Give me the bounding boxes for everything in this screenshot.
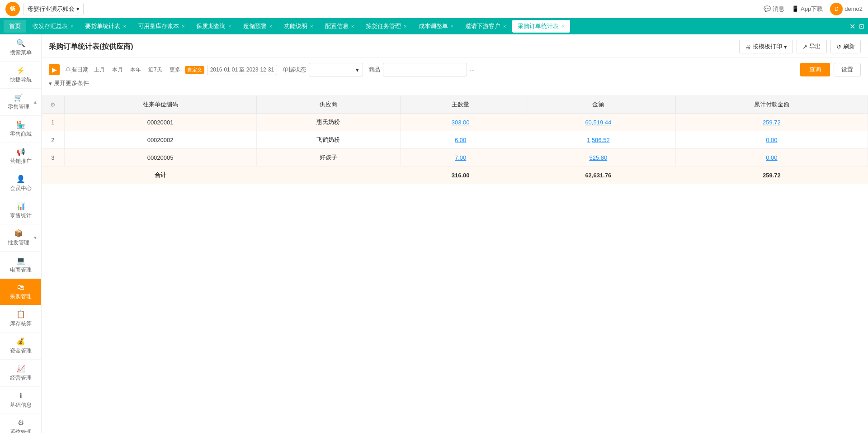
- sidebar-item-capital-mgmt[interactable]: 💰 资金管理: [0, 333, 41, 360]
- date-range-display[interactable]: 2016-01-01 至 2023-12-31: [207, 65, 277, 75]
- last-month-btn[interactable]: 上月: [91, 65, 108, 75]
- sidebar-item-member-center[interactable]: 👤 会员中心: [0, 170, 41, 197]
- tab-available-stock[interactable]: 可用量库存账本 ×: [132, 20, 190, 33]
- sidebar-item-basic-info[interactable]: ℹ 基础信息: [0, 387, 41, 414]
- this-month-btn[interactable]: 本月: [109, 65, 126, 75]
- sidebar-item-system-mgmt[interactable]: ⚙ 系统管理: [0, 414, 41, 433]
- sidebar-item-retail-stats[interactable]: 📊 零售统计: [0, 197, 41, 224]
- tab-invite-downstream[interactable]: 邀请下游客户 ×: [460, 20, 511, 33]
- tab-warranty[interactable]: 保质期查询 ×: [191, 20, 236, 33]
- row-amount[interactable]: 1,586.52: [521, 131, 675, 149]
- row-number: 2: [42, 131, 64, 149]
- sidebar-item-ecommerce-mgmt[interactable]: 💻 电商管理: [0, 252, 41, 279]
- tab-label: 要货单统计表: [85, 22, 120, 30]
- main-layout: 🔍 搜索菜单 ⚡ 快捷导航 🛒 零售管理 ▲ 🏪 零售商城 📢 营销推广 👤 会…: [0, 34, 868, 433]
- sidebar-item-marketing[interactable]: 📢 营销推广: [0, 143, 41, 170]
- row-supplier: 飞鹤奶粉: [256, 131, 400, 149]
- sidebar-item-retail-shop[interactable]: 🏪 零售商城: [0, 116, 41, 143]
- close-all-icon[interactable]: ✕: [849, 22, 855, 31]
- tab-close-icon[interactable]: ×: [503, 24, 506, 29]
- tab-cost-adjust[interactable]: 成本调整单 ×: [413, 20, 459, 33]
- sidebar-item-search[interactable]: 🔍 搜索菜单: [0, 34, 41, 62]
- tab-close-icon[interactable]: ×: [561, 24, 564, 29]
- tab-function-desc[interactable]: 功能说明 ×: [278, 20, 318, 33]
- filter-toggle-button[interactable]: ▶: [49, 64, 60, 75]
- this-year-btn[interactable]: 本年: [127, 65, 144, 75]
- tab-label: 首页: [9, 22, 21, 30]
- expand-icon: ▾: [49, 80, 52, 87]
- settings-button[interactable]: 设置: [834, 63, 861, 76]
- sidebar-item-purchase-mgmt[interactable]: 🛍 采购管理: [0, 279, 41, 305]
- table-footer-row: 合计 316.00 62,631.76 259.72: [42, 167, 868, 184]
- tab-collect-send[interactable]: 收发存汇总表 ×: [27, 20, 79, 33]
- system-icon: ⚙: [18, 419, 24, 427]
- more-dates-btn[interactable]: 更多: [167, 65, 183, 75]
- app-download-button[interactable]: 📱 App下载: [792, 5, 823, 13]
- query-button[interactable]: 查询: [800, 63, 830, 76]
- basic-info-icon: ℹ: [19, 391, 22, 400]
- refresh-button[interactable]: ↺ 刷新: [830, 40, 861, 53]
- col-supplier: 供应商: [256, 96, 400, 114]
- status-select[interactable]: ▾: [309, 63, 363, 76]
- workspace-selector[interactable]: 母婴行业演示账套 ▾: [24, 3, 84, 15]
- sidebar-label: 会员中心: [10, 185, 32, 192]
- sidebar-label: 搜索菜单: [10, 49, 32, 57]
- status-filter-label: 单据状态: [283, 66, 306, 74]
- goods-filter-label: 商品: [368, 66, 380, 74]
- tab-label: 保质期查询: [196, 22, 226, 30]
- tab-home[interactable]: 首页: [4, 20, 26, 33]
- tab-close-icon[interactable]: ×: [404, 24, 406, 29]
- row-paid[interactable]: 0.00: [675, 149, 868, 167]
- tab-label: 功能说明: [284, 22, 307, 30]
- expand-tabs-icon[interactable]: ⊡: [859, 23, 864, 30]
- top-bar: 畅 母婴行业演示账套 ▾ 💬 消息 📱 App下载 D demo2: [0, 0, 868, 18]
- tab-close-icon[interactable]: ×: [182, 24, 184, 29]
- page-title: 采购订单统计表(按供应商): [49, 42, 133, 52]
- row-paid[interactable]: 0.00: [675, 131, 868, 149]
- template-print-button[interactable]: 🖨 按模板打印 ▾: [739, 40, 793, 53]
- row-quantity[interactable]: 303.00: [400, 114, 521, 131]
- more-filters-icon[interactable]: ···: [470, 67, 475, 73]
- data-table: ⚙ 往来单位编码 供应商 主数量 金额 累计付款金额 1 00020001 惠氏…: [42, 96, 868, 184]
- tab-close-icon[interactable]: ×: [228, 24, 231, 29]
- sidebar-item-wholesale-mgmt[interactable]: 📦 批发管理 ▼: [0, 224, 41, 252]
- refresh-icon: ↺: [836, 43, 841, 50]
- last-7-days-btn[interactable]: 近7天: [146, 65, 165, 75]
- footer-quantity: 316.00: [400, 167, 521, 184]
- ecommerce-icon: 💻: [16, 256, 25, 265]
- user-menu[interactable]: D demo2: [830, 3, 863, 15]
- tab-purchase-order-stats[interactable]: 采购订单统计表 ×: [512, 20, 570, 33]
- sidebar-item-retail-mgmt[interactable]: 🛒 零售管理 ▲: [0, 89, 41, 116]
- tab-close-icon[interactable]: ×: [310, 24, 313, 29]
- sidebar-label: 系统管理: [10, 428, 32, 433]
- goods-input[interactable]: [383, 63, 467, 76]
- row-paid[interactable]: 259.72: [675, 114, 868, 131]
- tab-close-icon[interactable]: ×: [269, 24, 272, 29]
- message-button[interactable]: 💬 消息: [764, 5, 784, 13]
- expand-more-filters[interactable]: ▾ 展开更多条件: [49, 76, 861, 90]
- export-button[interactable]: ↗ 导出: [797, 40, 827, 53]
- operation-icon: 📈: [16, 364, 25, 373]
- capital-icon: 💰: [16, 337, 25, 346]
- sidebar-item-quick-nav[interactable]: ⚡ 快捷导航: [0, 62, 41, 89]
- row-amount[interactable]: 60,519.44: [521, 114, 675, 131]
- row-amount[interactable]: 525.80: [521, 149, 675, 167]
- sidebar-item-operation-mgmt[interactable]: 📈 经营管理: [0, 360, 41, 387]
- sidebar-item-inventory-check[interactable]: 📋 库存核算: [0, 305, 41, 333]
- tab-close-icon[interactable]: ×: [451, 24, 453, 29]
- inventory-icon: 📋: [16, 310, 25, 319]
- tab-overstock-warning[interactable]: 超储预警 ×: [238, 20, 278, 33]
- tab-config-info[interactable]: 配置信息 ×: [320, 20, 359, 33]
- row-quantity[interactable]: 6.00: [400, 131, 521, 149]
- column-settings-icon[interactable]: ⚙: [50, 101, 56, 108]
- retail-stats-icon: 📊: [16, 202, 25, 210]
- row-code: 00020005: [64, 149, 256, 167]
- tab-close-icon[interactable]: ×: [71, 24, 73, 29]
- row-quantity[interactable]: 7.00: [400, 149, 521, 167]
- tab-requisition-stats[interactable]: 要货单统计表 ×: [80, 20, 131, 33]
- tab-picking-task[interactable]: 拣货任务管理 ×: [360, 20, 412, 33]
- tab-close-icon[interactable]: ×: [123, 24, 126, 29]
- page-actions: 🖨 按模板打印 ▾ ↗ 导出 ↺ 刷新: [739, 40, 861, 53]
- tab-label: 采购订单统计表: [518, 22, 559, 30]
- tab-close-icon[interactable]: ×: [351, 24, 354, 29]
